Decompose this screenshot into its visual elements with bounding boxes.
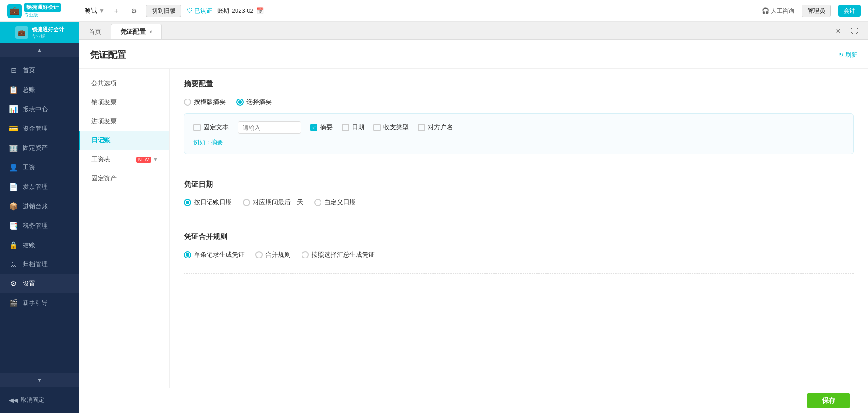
summary-checkbox[interactable] [310, 124, 317, 131]
merge-option-single[interactable]: 单条记录生成凭证 [184, 251, 245, 259]
summary-checkbox-row: 固定文本 摘要 日期 [193, 121, 844, 134]
left-nav-purchase-invoice[interactable]: 进项发票 [79, 112, 169, 131]
sidebar-item-guide[interactable]: 🎬 新手引导 [0, 293, 79, 313]
sidebar-item-archive[interactable]: 🗂 归档管理 [0, 255, 79, 274]
home-icon: ⊞ [9, 66, 18, 75]
single-radio[interactable] [184, 251, 191, 258]
fund-icon: 💳 [9, 124, 18, 133]
fixed-text-checkbox-item[interactable]: 固定文本 [193, 123, 229, 131]
summary-radio-group: 按模版摘要 选择摘要 [184, 98, 854, 106]
sidebar-item-salary-label: 工资 [23, 164, 35, 172]
counterparty-checkbox[interactable] [418, 124, 425, 131]
divider-2 [184, 221, 854, 221]
custom-date-radio[interactable] [314, 199, 321, 206]
sidebar-item-sales[interactable]: 📦 进销台账 [0, 197, 79, 216]
sidebar-item-closing[interactable]: 🔒 结账 [0, 235, 79, 255]
left-nav-payroll[interactable]: 工资表 NEW ▼ [79, 150, 169, 169]
left-nav-fixed-asset[interactable]: 固定资产 [79, 169, 169, 188]
cancel-fixed-label: 取消固定 [21, 396, 44, 404]
sidebar-logo: 💼 畅捷通好会计 专业版 [0, 22, 79, 43]
sidebar-item-fund[interactable]: 💳 资金管理 [0, 119, 79, 138]
refresh-icon: ↻ [839, 52, 844, 58]
sidebar-item-salary[interactable]: 👤 工资 [0, 158, 79, 177]
tab-voucher-config[interactable]: 凭证配置 × [111, 24, 162, 39]
refresh-button[interactable]: ↻ 刷新 [839, 51, 857, 59]
left-nav-diary[interactable]: 日记账 [79, 131, 169, 150]
summary-section: 摘要配置 按模版摘要 选择摘要 [184, 80, 854, 154]
sidebar-item-home[interactable]: ⊞ 首页 [0, 61, 79, 80]
sidebar-logo-text: 畅捷通好会计 [32, 26, 64, 33]
sidebar-item-report-label: 报表中心 [23, 105, 48, 113]
certified-badge: 🛡 已认证 [187, 7, 212, 15]
new-badge: NEW [136, 157, 151, 163]
income-type-checkbox-item[interactable]: 收支类型 [373, 123, 409, 131]
summary-select-radio[interactable] [236, 99, 244, 106]
date-checkbox[interactable] [342, 124, 349, 131]
merge-radio-group: 单条记录生成凭证 合并规则 按照选择汇总生成凭证 [184, 251, 854, 259]
merge-option-selection[interactable]: 按照选择汇总生成凭证 [302, 251, 375, 259]
cancel-fixed-button[interactable]: ◀◀ 取消固定 [0, 391, 79, 408]
merge-rule-radio[interactable] [255, 251, 263, 258]
user-button[interactable]: 管理员 [802, 5, 831, 17]
project-name: 测试 [85, 7, 97, 15]
dropdown-icon[interactable]: ▼ [99, 8, 104, 14]
sidebar-item-ledger[interactable]: 📋 总账 [0, 80, 79, 99]
summary-template-radio[interactable] [184, 99, 191, 106]
left-nav-sales-invoice[interactable]: 销项发票 [79, 93, 169, 112]
accountant-button[interactable]: 会计 [838, 5, 861, 17]
sidebar-scroll-up[interactable]: ▲ [0, 43, 79, 57]
fullscreen-button[interactable]: ⛶ [848, 25, 861, 38]
date-section-title: 凭证日期 [184, 180, 854, 189]
settings-button[interactable]: ⚙ [128, 5, 141, 17]
sidebar-item-sales-label: 进销台账 [23, 202, 48, 211]
sidebar: 💼 畅捷通好会计 专业版 ▲ ⊞ 首页 📋 总账 📊 报表中心 💳 资金管 [0, 22, 79, 413]
tab-bar-actions: × ⛶ [832, 25, 868, 39]
sidebar-item-tax[interactable]: 📑 税务管理 [0, 216, 79, 235]
sidebar-item-report[interactable]: 📊 报表中心 [0, 99, 79, 119]
page-content: 凭证配置 ↻ 刷新 公共选项 销项发票 进项发票 [79, 40, 868, 413]
calendar-icon[interactable]: 📅 [256, 7, 264, 14]
period-value: 2023-02 [232, 7, 254, 14]
by-selection-radio[interactable] [302, 251, 309, 258]
date-option-last-day[interactable]: 对应期间最后一天 [243, 198, 303, 206]
add-button[interactable]: + [110, 5, 123, 17]
sales-icon: 📦 [9, 202, 18, 211]
content-area: 首页 凭证配置 × × ⛶ 凭证配置 ↻ 刷新 [79, 22, 868, 413]
summary-option-select[interactable]: 选择摘要 [236, 98, 272, 106]
date-option-diary[interactable]: 按日记账日期 [184, 198, 232, 206]
sidebar-item-settings[interactable]: ⚙ 设置 [0, 274, 79, 293]
sidebar-item-settings-label: 设置 [23, 280, 35, 288]
guide-icon: 🎬 [9, 299, 18, 307]
sidebar-item-asset[interactable]: 🏢 固定资产 [0, 138, 79, 158]
switch-old-version-button[interactable]: 切到旧版 [146, 5, 181, 17]
date-option-custom[interactable]: 自定义日期 [314, 198, 356, 206]
top-header: 💼 畅捷通好会计 专业版 测试 ▼ + ⚙ 切到旧版 🛡 已认证 账期 2023… [0, 0, 868, 22]
tab-voucher-config-label: 凭证配置 [120, 28, 146, 36]
left-nav-common[interactable]: 公共选项 [79, 74, 169, 93]
income-type-checkbox[interactable] [373, 124, 381, 131]
fixed-text-input[interactable] [238, 121, 301, 134]
archive-icon: 🗂 [9, 260, 18, 268]
sidebar-item-invoice[interactable]: 📄 发票管理 [0, 177, 79, 197]
tab-home[interactable]: 首页 [79, 24, 111, 39]
page-title: 凭证配置 [90, 49, 126, 61]
counterparty-checkbox-item[interactable]: 对方户名 [418, 123, 453, 131]
ledger-icon: 📋 [9, 85, 18, 94]
fixed-text-checkbox[interactable] [193, 124, 201, 131]
save-button[interactable]: 保存 [807, 393, 850, 408]
tab-close-icon[interactable]: × [149, 29, 152, 35]
example-text: 例如：摘要 [193, 138, 844, 146]
sidebar-scroll-down[interactable]: ▼ [0, 373, 79, 387]
settings-icon: ⚙ [9, 279, 18, 288]
last-day-radio[interactable] [243, 199, 250, 206]
date-radio-group: 按日记账日期 对应期间最后一天 自定义日期 [184, 198, 854, 206]
summary-option-template[interactable]: 按模版摘要 [184, 98, 226, 106]
closing-icon: 🔒 [9, 241, 18, 249]
close-window-button[interactable]: × [832, 25, 844, 38]
summary-checkbox-item[interactable]: 摘要 [310, 123, 333, 131]
merge-option-rule[interactable]: 合并规则 [255, 251, 291, 259]
project-selector[interactable]: 测试 ▼ [85, 7, 104, 15]
date-checkbox-item[interactable]: 日期 [342, 123, 364, 131]
consult-button[interactable]: 🎧 人工咨询 [762, 7, 794, 15]
diary-date-radio[interactable] [184, 199, 191, 206]
